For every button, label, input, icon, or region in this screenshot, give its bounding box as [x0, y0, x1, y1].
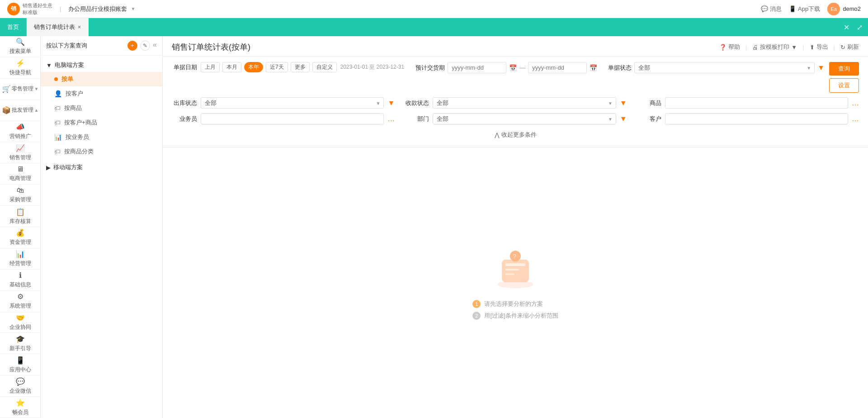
settings-button[interactable]: 设置 [829, 78, 859, 93]
last-month-btn[interactable]: 上月 [201, 62, 220, 72]
svg-rect-1 [502, 260, 529, 282]
sidebar-item-member[interactable]: ⭐ 畅会员 [0, 397, 40, 418]
expected-delivery-end-input[interactable] [528, 62, 587, 73]
tab-home[interactable]: 首页 [0, 18, 27, 36]
logo-icon: 销 [7, 3, 20, 15]
export-button[interactable]: ⬆ 导出 [810, 43, 828, 51]
sidebar-item-finance[interactable]: 💰 资金管理 [0, 227, 40, 248]
template-print-button[interactable]: 🖨 按模板打印 ▼ [752, 43, 797, 51]
sidebar-item-sales[interactable]: 📈 销售管理 [0, 142, 40, 163]
sidebar-item-ecommerce[interactable]: 🖥 电商管理 [0, 163, 40, 185]
top-bar-left: 销 销售通好生意 标准版 | 办公用品行业模拟账套 ▼ [7, 2, 135, 15]
calendar-end-icon[interactable]: 📅 [590, 64, 597, 71]
expected-delivery-input-group: 📅 — 📅 [448, 62, 597, 73]
tree-item-by-order[interactable]: 按单 [41, 72, 162, 86]
sidebar-item-wechat[interactable]: 💬 企业微信 [0, 375, 40, 397]
salesman-input[interactable] [201, 113, 384, 124]
business-icon: 📊 [16, 250, 25, 258]
tree-item-by-customer[interactable]: 👤 按客户 [41, 86, 162, 101]
collapse-filters-button[interactable]: ⋀ 收起更多条件 [495, 131, 537, 139]
department-select[interactable]: 全部 [433, 113, 616, 124]
sidebar-item-wholesale[interactable]: 📦 批发管理 ▲ [0, 100, 40, 121]
left-panel: 按以下方案查询 + ✎ « ▼ 电脑端方案 按单 [41, 36, 163, 418]
edit-scheme-button[interactable]: ✎ [140, 41, 150, 51]
refresh-icon: ↻ [840, 44, 845, 51]
add-scheme-button[interactable]: + [127, 41, 137, 51]
message-button[interactable]: 💬 消息 [761, 5, 782, 13]
help-button[interactable]: ❓ 帮助 [719, 43, 740, 51]
tab-sales-order-stats[interactable]: 销售订单统计表 × [27, 18, 89, 36]
page-title: 销售订单统计表(按单) [172, 42, 250, 52]
department-dropdown-icon[interactable]: ▼ [620, 115, 627, 123]
sales-icon: 📈 [16, 144, 25, 152]
customer-more-dots[interactable]: … [852, 115, 859, 123]
sidebar-item-enterprise[interactable]: 🤝 企业协同 [0, 312, 40, 333]
payment-status-wrapper: 全部 未收款 部分收款 已收款 [433, 97, 616, 109]
sidebar-item-inventory[interactable]: 📋 库存核算 [0, 206, 40, 227]
payment-status-select[interactable]: 全部 未收款 部分收款 已收款 [433, 97, 616, 109]
sidebar-item-purchase[interactable]: 🛍 采购管理 [0, 185, 40, 206]
delivery-status-select[interactable]: 全部 未出库 部分出库 已出库 [201, 97, 384, 109]
payment-status-dropdown-icon[interactable]: ▼ [620, 99, 627, 107]
this-month-btn[interactable]: 本月 [222, 62, 241, 72]
app-title-dropdown-icon[interactable]: ▼ [131, 6, 135, 11]
filter-row-2: 出库状态 全部 未出库 部分出库 已出库 ▼ 收款状态 [172, 97, 859, 109]
tree-item-by-product[interactable]: 🏷 按商品 [41, 101, 162, 115]
tree-item-by-product-category[interactable]: 🏷 按商品分类 [41, 144, 162, 159]
product-more-dots[interactable]: … [852, 99, 859, 107]
last7days-btn[interactable]: 近7天 [266, 62, 288, 72]
tree-item-by-salesman[interactable]: 📊 按业务员 [41, 130, 162, 144]
status-select-wrapper: 全部 待审核 已审核 已关闭 [634, 62, 815, 73]
wholesale-arrow-icon: ▲ [34, 108, 39, 113]
sidebar-item-guide[interactable]: 🎓 新手引导 [0, 333, 40, 354]
sidebar-item-basic-info[interactable]: ℹ 基础信息 [0, 270, 40, 291]
search-icon: 🔍 [16, 38, 25, 46]
sidebar-item-marketing[interactable]: 📣 营销推广 [0, 121, 40, 142]
collapse-panel-button[interactable]: « [153, 41, 157, 51]
calendar-start-icon[interactable]: 📅 [509, 64, 517, 71]
empty-hint-1: 1 请先选择要分析的方案 [472, 300, 558, 308]
window-maximize-icon[interactable]: ⤢ [855, 21, 864, 33]
empty-hint-2: 2 用[过滤]条件来缩小分析范围 [472, 312, 558, 320]
empty-hints: 1 请先选择要分析的方案 2 用[过滤]条件来缩小分析范围 [472, 300, 558, 320]
left-panel-actions: + ✎ « [127, 41, 157, 51]
empty-svg: ? [488, 246, 542, 291]
quick-nav-icon: ⚡ [16, 59, 25, 67]
sidebar-item-quick-nav[interactable]: ⚡ 快捷导航 [0, 57, 40, 79]
sidebar-item-system[interactable]: ⚙ 系统管理 [0, 291, 40, 312]
tab-close-icon[interactable]: × [78, 24, 81, 30]
date-range-display: 2023-01-01 至 2023-12-31 [340, 63, 404, 71]
wholesale-icon: 📦 [2, 106, 11, 114]
customer-product-icon: 🏷 [54, 119, 61, 126]
tree-parent-pc[interactable]: ▼ 电脑端方案 [41, 58, 162, 72]
print-icon: 🖨 [752, 44, 758, 51]
sidebar-item-search[interactable]: 🔍 搜索菜单 [0, 36, 40, 57]
status-select[interactable]: 全部 待审核 已审核 已关闭 [634, 62, 815, 73]
salesman-more-dots[interactable]: … [387, 115, 395, 123]
product-icon: 🏷 [54, 104, 61, 112]
system-icon: ⚙ [17, 292, 24, 301]
page-actions: ❓ 帮助 | 🖨 按模板打印 ▼ | ⬆ 导出 | [719, 43, 859, 51]
status-more-icon[interactable]: ▼ [817, 64, 825, 72]
product-label: 商品 [636, 99, 661, 107]
product-input[interactable] [665, 97, 848, 109]
user-area[interactable]: Ea demo2 [827, 3, 861, 15]
app-download-button[interactable]: 📱 App下载 [789, 5, 820, 13]
mobile-expand-icon: ▶ [46, 164, 51, 171]
this-year-btn[interactable]: 本年 [244, 62, 263, 72]
sidebar-item-business[interactable]: 📊 经营管理 [0, 248, 40, 270]
sidebar-item-retail[interactable]: 🛒 零售管理 ▼ [0, 79, 40, 100]
refresh-button[interactable]: ↻ 刷新 [840, 43, 859, 51]
window-close-icon[interactable]: ✕ [842, 21, 851, 33]
tree-item-by-customer-product[interactable]: 🏷 按客户+商品 [41, 115, 162, 130]
more-date-btn[interactable]: 更多 [291, 62, 310, 72]
customer-input[interactable] [665, 113, 848, 124]
svg-rect-3 [505, 269, 519, 271]
query-button[interactable]: 查询 [829, 62, 859, 76]
expected-delivery-start-input[interactable] [448, 62, 506, 73]
sidebar-item-app-center[interactable]: 📱 应用中心 [0, 354, 40, 375]
template-print-dropdown-icon: ▼ [791, 44, 797, 51]
custom-date-btn[interactable]: 自定义 [312, 62, 337, 72]
delivery-status-dropdown-icon[interactable]: ▼ [387, 99, 395, 107]
tree-parent-mobile[interactable]: ▶ 移动端方案 [41, 161, 162, 174]
